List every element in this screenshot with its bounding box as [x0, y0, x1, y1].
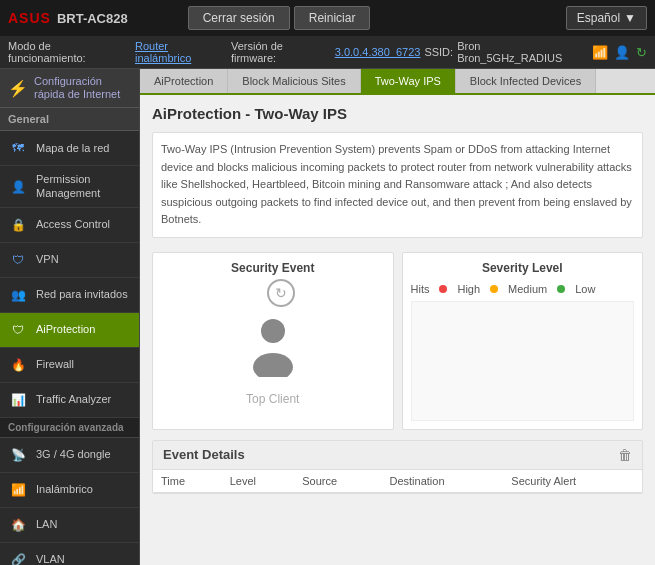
svg-point-1 [253, 353, 293, 377]
top-client-area: ↻ Top Client [246, 279, 299, 406]
medium-dot [490, 285, 498, 293]
dongle-icon: 📡 [8, 445, 28, 465]
access-control-icon: 🔒 [8, 215, 28, 235]
sidebar-label-vpn: VPN [36, 253, 59, 266]
trash-icon[interactable]: 🗑 [618, 447, 632, 463]
asus-logo: ASUS [8, 10, 51, 26]
info-bar: Modo de funcionamiento: Router inalámbri… [0, 36, 655, 69]
charts-row: Security Event ↻ [152, 252, 643, 430]
high-label: High [457, 283, 480, 295]
sidebar-label-permission: Permission Management [36, 173, 131, 199]
sidebar-item-traffic-analyzer[interactable]: 📊 Traffic Analyzer [0, 383, 139, 418]
top-client-label: Top Client [246, 392, 299, 406]
header: ASUS BRT-AC828 Cerrar sesión Reiniciar E… [0, 0, 655, 36]
firewall-icon: 🔥 [8, 355, 28, 375]
sidebar-item-3g-dongle[interactable]: 📡 3G / 4G dongle [0, 438, 139, 473]
restart-button[interactable]: Reiniciar [294, 6, 371, 30]
col-time: Time [153, 470, 222, 493]
sidebar-label-3g-dongle: 3G / 4G dongle [36, 448, 111, 461]
sidebar-label-traffic-analyzer: Traffic Analyzer [36, 393, 111, 406]
lan-icon: 🏠 [8, 515, 28, 535]
mode-label: Modo de funcionamiento: [8, 40, 131, 64]
sidebar-item-wireless[interactable]: 📶 Inalámbrico [0, 473, 139, 508]
permission-icon: 👤 [8, 177, 28, 197]
sidebar-section-general: General [0, 108, 139, 131]
chevron-down-icon: ▼ [624, 11, 636, 25]
ssid-label: SSID: [424, 46, 453, 58]
security-event-title: Security Event [161, 261, 385, 275]
firmware-label: Versión de firmware: [231, 40, 331, 64]
sidebar: ⚡ Configuraciónrápida de Internet Genera… [0, 69, 140, 565]
description-text: Two-Way IPS (Intrusion Prevention System… [152, 132, 643, 238]
sidebar-item-guest-network[interactable]: 👥 Red para invitados [0, 278, 139, 313]
severity-level-title: Severity Level [411, 261, 635, 275]
ssid-value: Bron Bron_5GHz_RADIUS [457, 40, 588, 64]
severity-legend: Hits High Medium Low [411, 283, 635, 295]
quick-config-item[interactable]: ⚡ Configuraciónrápida de Internet [0, 69, 139, 108]
svg-point-0 [261, 319, 285, 343]
mode-value-link[interactable]: Router inalámbrico [135, 40, 227, 64]
tab-block-malicious-sites[interactable]: Block Malicious Sites [228, 69, 360, 93]
sidebar-label-wireless: Inalámbrico [36, 483, 93, 496]
refresh-chart-icon[interactable]: ↻ [267, 279, 295, 307]
refresh-header-icon[interactable]: ↻ [636, 45, 647, 60]
security-event-body: ↻ Top Client [161, 283, 385, 403]
user-icon: 👤 [614, 45, 630, 60]
sidebar-item-network-map[interactable]: 🗺 Mapa de la red [0, 131, 139, 166]
sidebar-item-lan[interactable]: 🏠 LAN [0, 508, 139, 543]
sidebar-item-aiprotection[interactable]: 🛡 AiProtection [0, 313, 139, 348]
guest-network-icon: 👥 [8, 285, 28, 305]
logo: ASUS BRT-AC828 [8, 10, 128, 26]
content-area: AiProtection Block Malicious Sites Two-W… [140, 69, 655, 565]
hits-label: Hits [411, 283, 430, 295]
tab-aiprotection[interactable]: AiProtection [140, 69, 228, 93]
table-header-row: Time Level Source Destination Security A… [153, 470, 642, 493]
wireless-icon: 📶 [8, 480, 28, 500]
content-body: AiProtection - Two-Way IPS Two-Way IPS (… [140, 95, 655, 565]
col-destination: Destination [381, 470, 503, 493]
col-security-alert: Security Alert [503, 470, 642, 493]
event-table: Time Level Source Destination Security A… [153, 470, 642, 493]
sidebar-label-lan: LAN [36, 518, 57, 531]
language-label: Español [577, 11, 620, 25]
sidebar-section-advanced: Configuración avanzada [0, 418, 139, 438]
network-map-icon: 🗺 [8, 138, 28, 158]
tab-block-infected-devices[interactable]: Block Infected Devices [456, 69, 596, 93]
close-session-button[interactable]: Cerrar sesión [188, 6, 290, 30]
person-icon [248, 317, 298, 386]
sidebar-item-permission-management[interactable]: 👤 Permission Management [0, 166, 139, 207]
tab-two-way-ips[interactable]: Two-Way IPS [361, 69, 456, 93]
vpn-icon: 🛡 [8, 250, 28, 270]
info-icons: 📶 👤 ↻ [592, 45, 647, 60]
col-source: Source [294, 470, 381, 493]
event-details-section: Event Details 🗑 Time Level Source Destin… [152, 440, 643, 494]
sidebar-label-vlan: VLAN [36, 553, 65, 565]
security-event-box: Security Event ↻ [152, 252, 394, 430]
medium-label: Medium [508, 283, 547, 295]
quick-config-label: Configuraciónrápida de Internet [34, 75, 120, 101]
sidebar-item-vlan[interactable]: 🔗 VLAN [0, 543, 139, 565]
wifi-icon: 📶 [592, 45, 608, 60]
low-label: Low [575, 283, 595, 295]
high-dot [439, 285, 447, 293]
sidebar-label-guest-network: Red para invitados [36, 288, 128, 301]
severity-chart-body [411, 301, 635, 421]
sidebar-item-firewall[interactable]: 🔥 Firewall [0, 348, 139, 383]
aiprotection-icon: 🛡 [8, 320, 28, 340]
low-dot [557, 285, 565, 293]
sidebar-label-access-control: Access Control [36, 218, 110, 231]
header-buttons: Cerrar sesión Reiniciar [188, 6, 371, 30]
quick-config-icon: ⚡ [8, 79, 28, 98]
event-details-header: Event Details 🗑 [153, 441, 642, 470]
traffic-analyzer-icon: 📊 [8, 390, 28, 410]
sidebar-item-access-control[interactable]: 🔒 Access Control [0, 208, 139, 243]
language-selector[interactable]: Español ▼ [566, 6, 647, 30]
main-layout: ⚡ Configuraciónrápida de Internet Genera… [0, 69, 655, 565]
sidebar-label-firewall: Firewall [36, 358, 74, 371]
event-details-title: Event Details [163, 447, 245, 462]
page-title: AiProtection - Two-Way IPS [152, 105, 643, 122]
firmware-value-link[interactable]: 3.0.0.4.380_6723 [335, 46, 421, 58]
col-level: Level [222, 470, 295, 493]
tab-bar: AiProtection Block Malicious Sites Two-W… [140, 69, 655, 95]
sidebar-item-vpn[interactable]: 🛡 VPN [0, 243, 139, 278]
